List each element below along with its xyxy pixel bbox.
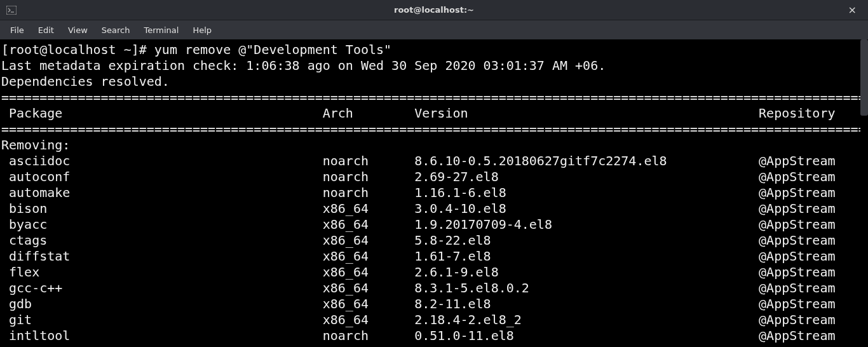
close-button[interactable]: × (843, 1, 862, 18)
scrollbar[interactable] (860, 39, 868, 347)
menu-edit[interactable]: Edit (32, 23, 60, 37)
window-titlebar: root@localhost:~ × (0, 0, 868, 20)
window-title: root@localhost:~ (394, 5, 474, 15)
menu-search[interactable]: Search (95, 23, 137, 37)
menu-file[interactable]: File (4, 23, 31, 37)
terminal-output[interactable]: [root@localhost ~]# yum remove @"Develop… (0, 39, 868, 347)
menu-terminal[interactable]: Terminal (137, 23, 185, 37)
menu-view[interactable]: View (62, 23, 94, 37)
terminal-icon (5, 5, 18, 15)
scrollbar-thumb[interactable] (860, 39, 868, 116)
svg-rect-0 (6, 6, 17, 15)
menu-bar: File Edit View Search Terminal Help (0, 20, 868, 39)
menu-help[interactable]: Help (186, 23, 218, 37)
